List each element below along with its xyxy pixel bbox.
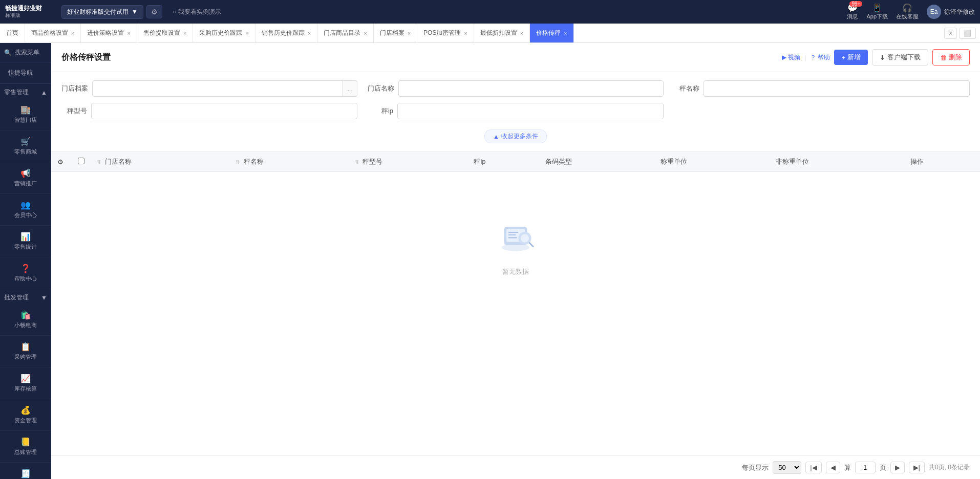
sidebar-item-retail[interactable]: 零售管理 ▲ <box>0 84 51 99</box>
tab-purchase-strategy[interactable]: 进价策略设置 × <box>81 24 137 42</box>
add-btn[interactable]: + 新增 <box>834 50 868 65</box>
collapse-btn[interactable]: ▲ 收起更多条件 <box>484 129 547 143</box>
avatar-text: Ea <box>930 8 938 15</box>
table-header: ⚙ ⇅ 门店名称 ⇅ 秤名称 <box>51 152 980 172</box>
help-label: 帮助中心 <box>14 275 37 282</box>
app-download-btn[interactable]: 📱 App下载 <box>866 3 888 20</box>
store-profile-ellipsis-btn[interactable]: ... <box>343 80 357 97</box>
scale-model-label: 秤型号 <box>61 106 87 116</box>
scale-ip-input[interactable] <box>397 103 664 119</box>
th-non-weight-unit-label: 非称重单位 <box>776 158 809 165</box>
tab-home[interactable]: 首页 <box>0 24 25 42</box>
finance-label: 资金管理 <box>14 417 37 424</box>
sidebar-item-online-store[interactable]: 🛒 零售商城 <box>0 130 51 162</box>
tab-price-scale-close[interactable]: × <box>564 30 567 36</box>
store-profile-input[interactable] <box>92 80 343 97</box>
first-page-btn[interactable]: |◀ <box>805 462 821 473</box>
sidebar-item-smart-store[interactable]: 🏬 智慧门店 <box>0 99 51 130</box>
tab-sale-price[interactable]: 售价提取设置 × <box>137 24 193 42</box>
sidebar-item-purchase[interactable]: 📋 采购管理 <box>0 336 51 367</box>
prev-page-btn[interactable]: ◀ <box>826 462 840 473</box>
avatar: Ea <box>927 5 941 19</box>
tab-sale-history-label: 销售历史价跟踪 <box>262 29 305 37</box>
tab-price-settings-close[interactable]: × <box>71 30 74 36</box>
sidebar-quick-nav-item[interactable]: 快捷导航 <box>0 66 51 80</box>
store-name-input[interactable] <box>398 80 664 97</box>
table-header-row: ⚙ ⇅ 门店名称 ⇅ 秤名称 <box>51 152 980 172</box>
tab-min-discount-close[interactable]: × <box>520 30 523 36</box>
purchase-icon: 📋 <box>20 342 31 352</box>
ledger-icon: 📒 <box>20 437 31 447</box>
tab-close-all-btn[interactable]: × <box>944 28 957 39</box>
sidebar-item-members[interactable]: 👥 会员中心 <box>0 194 51 226</box>
sidebar-search[interactable]: 🔍 搜索菜单 <box>0 43 51 62</box>
th-weight-unit: 称重单位 <box>654 152 770 172</box>
svg-point-4 <box>521 234 529 242</box>
th-store-name: ⇅ 门店名称 <box>91 152 229 172</box>
expand-icon: ▲ <box>41 89 47 96</box>
store-profile-label: 门店档案 <box>61 84 88 93</box>
download-btn[interactable]: ⬇ 客户端下载 <box>872 49 928 66</box>
user-info[interactable]: Ea 徐泽华修改 <box>927 5 975 19</box>
headset-icon: 🎧 <box>902 3 912 13</box>
delete-btn[interactable]: 🗑 删除 <box>932 49 970 66</box>
sidebar-section: 零售管理 ▲ 🏬 智慧门店 🛒 零售商城 📢 营销推广 👥 会员中心 📊 <box>0 84 51 479</box>
tab-store-profile[interactable]: 门店档案 × <box>374 24 417 42</box>
next-page-btn[interactable]: ▶ <box>890 462 905 473</box>
tab-store-catalog[interactable]: 门店商品目录 × <box>317 24 373 42</box>
tab-pos-manage-close[interactable]: × <box>464 30 467 36</box>
tab-store-catalog-close[interactable]: × <box>364 30 367 36</box>
tab-pos-manage[interactable]: POS加密管理 × <box>417 24 474 42</box>
store-name-label: 门店名称 <box>368 84 394 93</box>
sidebar-item-help[interactable]: ❓ 帮助中心 <box>0 257 51 289</box>
filter-scale-model: 秤型号 <box>61 103 357 119</box>
last-page-btn[interactable]: ▶| <box>909 462 925 473</box>
scale-name-input[interactable] <box>704 80 970 97</box>
data-table: ⚙ ⇅ 门店名称 ⇅ 秤名称 <box>51 152 980 172</box>
tab-price-settings[interactable]: 商品价格设置 × <box>25 24 81 42</box>
sidebar-item-marketing[interactable]: 📢 营销推广 <box>0 162 51 194</box>
tab-price-scale[interactable]: 价格传秤 × <box>530 24 573 42</box>
message-badge: 99+ <box>849 1 862 7</box>
message-btn[interactable]: 💬 99+ 消息 <box>847 3 858 20</box>
wholesale-label: 批发管理 <box>4 293 29 302</box>
finance-icon: 💰 <box>20 405 31 415</box>
version-selector[interactable]: 好业财标准版交付试用 ▼ <box>61 5 143 19</box>
help-link[interactable]: ？ 帮助 <box>810 53 830 62</box>
per-page-select[interactable]: 10 20 50 100 <box>773 461 801 474</box>
download-label: 客户端下载 <box>887 53 921 62</box>
settings-btn[interactable]: ⚙ <box>146 5 162 18</box>
sidebar-item-retail-stats[interactable]: 📊 零售统计 <box>0 226 51 257</box>
sidebar-item-inventory[interactable]: 📈 库存核算 <box>0 367 51 399</box>
tab-sale-history-close[interactable]: × <box>308 30 311 36</box>
pagination-bar: 每页显示 10 20 50 100 |◀ ◀ 算 页 ▶ ▶| 共0页, 0条记… <box>51 455 980 479</box>
tab-sale-history[interactable]: 销售历史价跟踪 × <box>255 24 317 42</box>
video-link[interactable]: ▶ 视频 <box>782 53 800 62</box>
tab-purchase-history-close[interactable]: × <box>245 30 248 36</box>
tab-price-settings-label: 商品价格设置 <box>31 29 68 37</box>
demo-btn[interactable]: ○ 我要看实例演示 <box>167 6 226 18</box>
select-all-checkbox[interactable] <box>78 158 84 164</box>
tab-sale-price-close[interactable]: × <box>183 30 186 36</box>
app-download-icon: 📱 <box>872 3 882 13</box>
sort-arrows-scale-name: ⇅ <box>236 159 240 165</box>
dropdown-arrow-icon: ▼ <box>132 8 138 15</box>
online-service-btn[interactable]: 🎧 在线客服 <box>896 3 919 20</box>
filter-row-2: 秤型号 秤ip <box>61 103 970 119</box>
column-settings-icon[interactable]: ⚙ <box>57 158 63 166</box>
tab-min-discount[interactable]: 最低折扣设置 × <box>474 24 530 42</box>
tab-restore-btn[interactable]: ⬜ <box>959 28 976 39</box>
ecom-icon: 🛍️ <box>20 310 31 320</box>
scale-model-input[interactable] <box>91 103 357 119</box>
sidebar-item-ecom[interactable]: 🛍️ 小畅电商 <box>0 304 51 336</box>
tab-purchase-strategy-close[interactable]: × <box>127 30 130 36</box>
tab-store-profile-close[interactable]: × <box>408 30 411 36</box>
sidebar-item-finance[interactable]: 💰 资金管理 <box>0 399 51 431</box>
sidebar-item-ledger[interactable]: 📒 总账管理 <box>0 431 51 463</box>
sidebar-item-invoice[interactable]: 🧾 发票管理 <box>0 463 51 479</box>
th-action: 操作 <box>904 152 980 172</box>
sidebar-item-wholesale[interactable]: 批发管理 ▼ <box>0 289 51 304</box>
tab-purchase-history[interactable]: 采购历史价跟踪 × <box>193 24 255 42</box>
current-page-input[interactable] <box>855 462 876 473</box>
online-store-label: 零售商城 <box>14 148 37 156</box>
